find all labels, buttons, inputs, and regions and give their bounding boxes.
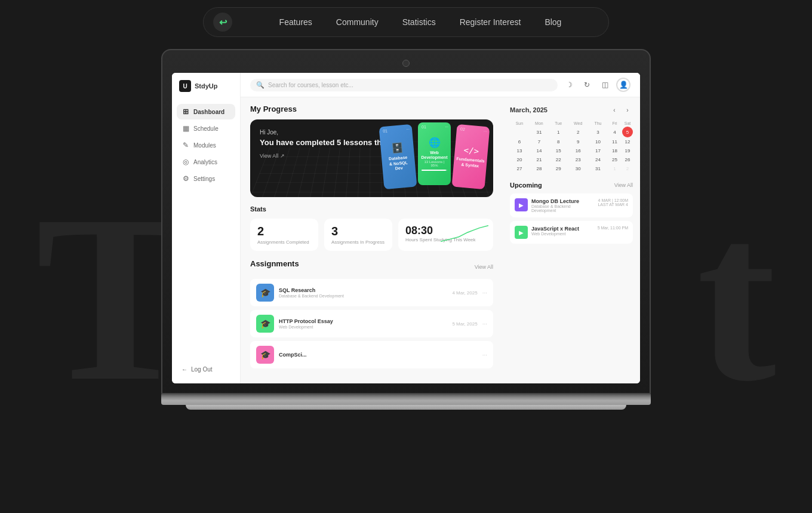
logo-icon: ↩ <box>219 17 227 28</box>
calendar-day[interactable]: 26 <box>622 155 633 164</box>
nav-items: Features Community Statistics Register I… <box>242 14 599 30</box>
nav-blog[interactable]: Blog <box>534 14 572 30</box>
calendar-day[interactable]: 3 <box>589 127 607 137</box>
laptop-foot <box>186 405 626 410</box>
logout-button[interactable]: ← Log Out <box>177 363 235 376</box>
assignment-sub-http: Web Development <box>279 325 447 329</box>
calendar-day[interactable]: 31 <box>589 164 607 173</box>
calendar-title: March, 2025 <box>510 106 548 113</box>
calendar-day[interactable]: 14 <box>529 146 549 155</box>
search-bar[interactable]: 🔍 Search for courses, lesson etc... <box>250 79 558 91</box>
analytics-icon: ◎ <box>182 158 190 166</box>
page-title: My Progress <box>250 105 493 113</box>
calendar-day[interactable]: 7 <box>529 137 549 146</box>
theme-toggle-icon[interactable]: ☽ <box>562 78 576 91</box>
sidebar-item-settings[interactable]: ⚙ Settings <box>177 171 235 186</box>
calendar-day[interactable]: 27 <box>510 164 529 173</box>
calendar-day[interactable]: 18 <box>607 146 622 155</box>
user-avatar[interactable]: 👤 <box>616 78 630 92</box>
search-placeholder: Search for courses, lesson etc... <box>268 82 353 88</box>
calendar-day[interactable]: 2 <box>622 164 633 173</box>
sidebar-item-label: Analytics <box>193 159 217 165</box>
stats-row: 2 Assignments Completed 3 Assignments In… <box>250 219 493 251</box>
calendar-day[interactable]: 23 <box>568 155 589 164</box>
assignment-sub-sql: Database & Backend Development <box>279 294 447 298</box>
upcoming-time-react: 5 Mar, 11:00 PM <box>598 226 628 230</box>
calendar-day[interactable]: 30 <box>568 164 589 173</box>
nav-statistics[interactable]: Statistics <box>392 14 447 30</box>
assignment-title-http: HTTP Protocol Essay <box>279 318 447 324</box>
cal-day-thu: Thu <box>589 120 607 127</box>
calendar-day[interactable]: 13 <box>510 146 529 155</box>
calendar-day[interactable]: 12 <box>622 137 633 146</box>
refresh-icon[interactable]: ↻ <box>580 78 593 91</box>
assignment-date-http: 5 Mar, 2025 <box>452 321 477 327</box>
calendar-day[interactable]: 1 <box>607 164 622 173</box>
cal-day-wed: Wed <box>568 120 589 127</box>
upcoming-time-mongodb: 4 MAR | 12:00M LAST AT MAR 4 <box>598 198 628 207</box>
calendar-day[interactable]: 15 <box>549 146 568 155</box>
calendar-day[interactable]: 16 <box>568 146 589 155</box>
assignment-title-compsci: CompSci... <box>279 352 478 358</box>
calendar-day[interactable]: 2 <box>568 127 589 137</box>
calendar-day[interactable]: 28 <box>529 164 549 173</box>
calendar-day[interactable]: 9 <box>568 137 589 146</box>
calendar-day[interactable]: 1 <box>549 127 568 137</box>
stat-assignments-completed: 2 Assignments Completed <box>250 219 318 251</box>
sidebar-item-label: Schedule <box>193 125 219 132</box>
laptop-base <box>161 394 651 405</box>
sidebar-item-schedule[interactable]: ▦ Schedule <box>177 121 235 136</box>
assignment-item-sql: 🎓 SQL Research Database & Backend Develo… <box>250 279 493 306</box>
stat-completed-value: 2 <box>257 225 311 238</box>
calendar-day[interactable]: 4 <box>607 127 622 137</box>
calendar-day[interactable]: 24 <box>589 155 607 164</box>
assignment-icon-compsci: 🎓 <box>256 346 274 364</box>
sidebar-item-label: Modules <box>193 142 216 149</box>
notification-icon[interactable]: ◫ <box>598 78 611 91</box>
calendar-day[interactable]: 10 <box>589 137 607 146</box>
calendar-next-button[interactable]: › <box>622 105 633 115</box>
assignments-title: Assignments <box>250 259 299 268</box>
progress-hero-card: Hi Joe, You have completed 5 lessons thi… <box>250 119 493 197</box>
upcoming-name-react: JavaScript x React <box>531 226 594 232</box>
calendar-grid: Sun Mon Tue Wed Thu Fri Sat <box>510 120 633 173</box>
nav-register[interactable]: Register Interest <box>449 14 532 30</box>
hero-cards: 01 ··· 🗄️ Database& NoSQL Dev 01 ··· <box>382 125 487 188</box>
sidebar-item-modules[interactable]: ✎ Modules <box>177 137 235 153</box>
sidebar-item-dashboard[interactable]: ⊞ Dashboard <box>177 104 235 119</box>
logout-icon: ← <box>182 366 187 373</box>
assignment-date-sql: 4 Mar, 2025 <box>452 290 477 296</box>
calendar-day[interactable]: 29 <box>549 164 568 173</box>
upcoming-view-all[interactable]: View All <box>614 182 633 188</box>
calendar-day[interactable]: 31 <box>529 127 549 137</box>
calendar-day[interactable]: 19 <box>622 146 633 155</box>
sidebar-item-analytics[interactable]: ◎ Analytics <box>177 154 235 170</box>
calendar-day[interactable]: 6 <box>510 137 529 146</box>
calendar-day[interactable]: 17 <box>589 146 607 155</box>
hero-card-fundamentals: 02 ··· </> Fundamentals& Syntax <box>452 124 490 189</box>
calendar-day[interactable]: 25 <box>607 155 622 164</box>
calendar-day[interactable]: 22 <box>549 155 568 164</box>
calendar-day[interactable] <box>510 127 529 137</box>
cal-day-mon: Mon <box>529 120 549 127</box>
assignments-view-all[interactable]: View All <box>475 264 493 270</box>
assignment-menu-sql[interactable]: ··· <box>482 290 487 296</box>
calendar-day[interactable]: 20 <box>510 155 529 164</box>
calendar-prev-button[interactable]: ‹ <box>609 105 620 115</box>
calendar-day[interactable]: 5 <box>622 127 633 137</box>
assignment-icon-sql: 🎓 <box>256 284 274 302</box>
nav-community[interactable]: Community <box>325 14 389 30</box>
assignment-menu-http[interactable]: ··· <box>482 321 487 327</box>
upcoming-item-react: ▶ JavaScript x React Web Development 5 M… <box>510 221 633 244</box>
nav-features[interactable]: Features <box>269 14 323 30</box>
assignment-info-compsci: CompSci... <box>279 352 478 358</box>
right-panel: March, 2025 ‹ › Sun <box>503 97 640 383</box>
calendar-day[interactable]: 11 <box>607 137 622 146</box>
hero-card-webdev: 01 ··· 🌐 WebDevelopment 13 Lessons | 95% <box>418 122 451 185</box>
calendar-day[interactable]: 21 <box>529 155 549 164</box>
upcoming-icon-mongodb: ▶ <box>515 198 528 211</box>
upcoming-icon-react: ▶ <box>515 226 528 239</box>
upcoming-item-mongodb: ▶ Mongo DB Lecture Database & Backend De… <box>510 193 633 217</box>
assignment-menu-compsci[interactable]: ··· <box>482 352 487 358</box>
calendar-day[interactable]: 8 <box>549 137 568 146</box>
